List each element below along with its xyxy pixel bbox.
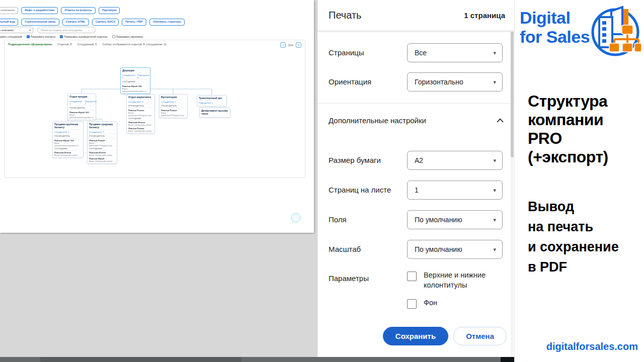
select-value: 1	[415, 186, 419, 194]
toolbar-button[interactable]: Скачать DOCX	[92, 19, 119, 26]
field-label: Поля	[329, 215, 347, 224]
org-box-title: Отдел маркетинга	[128, 96, 153, 100]
org-box-stats: Сотрудников: 3	[128, 100, 153, 104]
page-toolbar-row-actions: Вертикальный видГоризонтальная связьСкач…	[0, 19, 185, 26]
org-box[interactable]: Отдел маркетингаСотрудников: 3РУКОВОДИТЕ…	[126, 94, 155, 134]
toolbar-button[interactable]: Горизонтальная связь	[21, 19, 59, 26]
org-box[interactable]: Продажи крупному бизнесуСотрудников: 2РУ…	[52, 121, 84, 158]
print-field-row-scale: МасштабПо умолчанию▾	[317, 240, 514, 259]
margins-select[interactable]: По умолчанию▾	[407, 210, 503, 229]
org-box-stats: Сотрудников: 2	[54, 130, 82, 134]
org-box-stat: Сотрудников: 2	[54, 131, 69, 133]
page-filter-row: Структура компании ▾ Поиск по отделу или…	[0, 27, 96, 33]
org-box-section-label: СОТРУДНИКИ	[54, 148, 82, 151]
org-box-title: Бухгалтерия	[161, 96, 186, 100]
org-box[interactable]: Отдел продажСотрудников: 1Подотделов: 2Р…	[67, 94, 96, 120]
brand-website: digitalforsales.com	[546, 341, 638, 352]
print-field-row-pages-per-sheet: Страниц на листе1▾	[317, 180, 514, 200]
filter-checkbox-label: Показывать контакты	[31, 35, 56, 38]
cancel-button[interactable]: Отмена	[453, 327, 507, 345]
org-box-section-label: РУКОВОДИТЕЛЬ	[54, 135, 82, 138]
dialog-scrollbar[interactable]	[511, 32, 514, 356]
org-box[interactable]: БухгалтерияСотрудников: 1РУКОВОДИТЕЛЬПав…	[159, 94, 188, 118]
org-box[interactable]: ДирекцияСотрудников: 1Подотделов: 4СОТРУ…	[120, 67, 150, 94]
print-option-checkbox[interactable]: Верхние и нижние колонтитулы	[407, 270, 497, 290]
bottom-bar	[0, 357, 514, 362]
toolbar-button[interactable]: Структура компании	[0, 7, 18, 14]
checkbox-checked-icon: ✓	[60, 35, 63, 38]
person-email: Email: info@yandex.online	[128, 124, 153, 126]
toolbar-button[interactable]: Обновить структуру	[149, 19, 185, 26]
org-box-stats: Сотрудников: 1	[161, 100, 186, 104]
promo-sub-line: на печать	[528, 217, 619, 237]
promo-heading-line: (+экспорт)	[528, 148, 608, 166]
checkbox-unchecked-icon	[407, 272, 417, 281]
filter-checkbox[interactable]: ✓Показывать уволенных	[112, 35, 143, 38]
brand-name-line2: for Sales	[520, 27, 590, 46]
filter-checkbox[interactable]: ✓Показывать контакты	[27, 35, 56, 38]
org-box-stat: Сотрудников: 3	[128, 101, 143, 103]
filter-checkbox-label: Показывать сотрудников	[0, 35, 22, 38]
person-email: Email: yelenab.market@yandex.ru	[122, 87, 148, 93]
print-field-row-orientation: ОриентацияГоризонтально▾	[317, 72, 514, 92]
filter-checkbox[interactable]: ✓Показывать руководителей отдельно	[60, 35, 107, 38]
checkbox-checked-icon: ✓	[27, 35, 30, 38]
orgchart-frame: Подразделения сформированы Отделов: 8 Со…	[4, 40, 305, 178]
chevron-down-icon: ▾	[493, 157, 496, 164]
structure-select[interactable]: Структура компании ▾	[0, 27, 33, 33]
print-advanced-settings: Размер бумагиA2▾Страниц на листе1▾ПоляПо…	[317, 151, 514, 259]
chevron-down-icon: ▾	[493, 50, 496, 56]
print-option-checkbox[interactable]: Фон	[407, 298, 497, 309]
org-box[interactable]: Департамент вызова такси	[199, 108, 230, 118]
section-divider	[317, 103, 514, 104]
print-field-row-pages: СтраницыВсе▾	[317, 43, 514, 62]
field-label: Страниц на листе	[329, 186, 391, 194]
bottom-bar-black-box	[501, 357, 514, 362]
field-label: Страницы	[329, 48, 364, 57]
print-main-settings: СтраницыВсе▾ОриентацияГоризонтально▾	[317, 43, 514, 92]
orientation-select[interactable]: Горизонтально▾	[407, 72, 503, 92]
pages-per-sheet-select[interactable]: 1▾	[407, 180, 503, 200]
toolbar-button[interactable]: Инфо о разработчике	[21, 7, 58, 14]
org-box[interactable]: Продажи среднему бизнесуСотрудников: 2РУ…	[87, 121, 117, 164]
org-box[interactable]: Транспортный цехПодотделов: 1	[197, 95, 227, 107]
paper-size-select[interactable]: A2▾	[407, 151, 503, 170]
chevron-up-icon	[497, 118, 504, 123]
print-dialog: Печать 1 страница СтраницыВсе▾Ориентация…	[317, 0, 514, 357]
person-email: Email: info@yandex.online	[128, 130, 153, 132]
promo-heading-line: Структура	[528, 92, 608, 111]
toolbar-button[interactable]: Ответы на вопросы	[61, 7, 96, 14]
options-label: Параметры	[329, 274, 369, 283]
print-option-label: Верхние и нижние колонтитулы	[424, 270, 497, 290]
print-dialog-footer: Сохранить Отмена	[383, 327, 507, 345]
toolbar-button[interactable]: Печать / PDF	[122, 19, 146, 26]
search-input[interactable]: Поиск по отделу или сотруднику	[37, 27, 96, 33]
chevron-down-icon: ▾	[29, 29, 31, 32]
scrollbar-thumb[interactable]	[511, 32, 514, 157]
save-button[interactable]: Сохранить	[383, 327, 448, 345]
select-value: По умолчанию	[415, 216, 462, 224]
structure-select-value: Структура компании	[0, 29, 14, 32]
floating-action-circle[interactable]	[291, 213, 300, 222]
scale-select[interactable]: По умолчанию▾	[407, 240, 503, 259]
promo-subheading: Вывод на печать и сохранение в PDF	[528, 197, 619, 278]
filter-checkbox[interactable]: ✓Показывать сотрудников	[0, 35, 22, 38]
person-email: Email: info@yandex.online	[54, 154, 82, 156]
chevron-down-icon: ▾	[493, 217, 496, 223]
print-option-label: Фон	[424, 298, 437, 309]
toolbar-button[interactable]: Партнёрка	[99, 7, 120, 14]
brand-panel: Digital for Sales	[514, 0, 644, 362]
person-email: Email: powerlook777@gmail.com	[161, 112, 186, 117]
field-label: Масштаб	[329, 245, 361, 253]
field-label: Ориентация	[329, 77, 371, 86]
pages-select[interactable]: Все▾	[407, 43, 503, 62]
select-value: A2	[415, 156, 423, 164]
toolbar-button[interactable]: Вертикальный вид	[0, 19, 18, 26]
print-dialog-title: Печать	[329, 10, 362, 21]
search-placeholder: Поиск по отделу или сотруднику	[41, 29, 82, 32]
advanced-settings-toggle[interactable]: Дополнительные настройки	[329, 116, 504, 125]
print-preview-area: Структура компанииИнфо о разработчикеОтв…	[0, 0, 317, 357]
person-email: Email: yelenab.market@yandex.ru	[54, 142, 82, 147]
toolbar-button[interactable]: Скачать HTML	[62, 19, 89, 26]
org-box-title: Отдел продаж	[69, 95, 94, 99]
